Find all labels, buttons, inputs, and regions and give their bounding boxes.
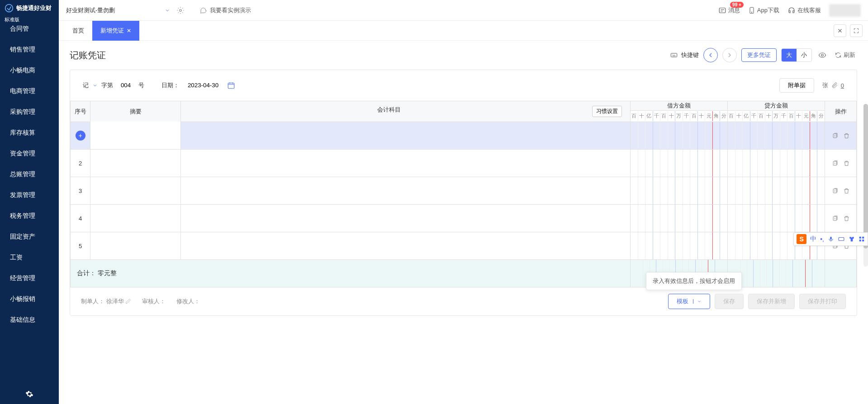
amount-cell[interactable]	[720, 150, 727, 177]
amount-cell[interactable]	[638, 150, 646, 177]
voucher-number-input[interactable]	[117, 81, 135, 90]
tab-home[interactable]: 首页	[64, 21, 92, 41]
credit-amount[interactable]	[728, 122, 825, 149]
amount-cell[interactable]	[735, 232, 743, 259]
sidebar-item-ledger[interactable]: 总账管理	[0, 164, 59, 185]
paperclip-icon[interactable]	[831, 82, 838, 89]
calendar-icon[interactable]	[227, 81, 235, 89]
amount-cell[interactable]	[683, 232, 691, 259]
amount-cell[interactable]	[675, 150, 683, 177]
size-small-button[interactable]: 小	[797, 49, 811, 61]
amount-cell[interactable]	[660, 177, 668, 204]
attach-document-button[interactable]: 附单据	[779, 78, 814, 93]
amount-cell[interactable]	[735, 177, 743, 204]
support-button[interactable]: 在线客服	[787, 6, 821, 14]
amount-cell[interactable]	[690, 150, 698, 177]
sidebar-item-ecommerce[interactable]: 电商管理	[0, 81, 59, 102]
refresh-button[interactable]: 刷新	[833, 49, 857, 61]
amount-cell[interactable]	[645, 205, 653, 232]
amount-cell[interactable]	[758, 150, 765, 177]
amount-cell[interactable]	[728, 205, 735, 232]
tab-close-icon[interactable]: ✕	[127, 28, 131, 34]
org-selector[interactable]: 好业财测试-量勿删	[66, 6, 170, 14]
amount-cell[interactable]	[747, 260, 754, 287]
amount-cell[interactable]	[795, 177, 803, 204]
amount-cell[interactable]	[795, 150, 803, 177]
amount-cell[interactable]	[683, 150, 691, 177]
voucher-date-input[interactable]	[183, 81, 223, 90]
amount-cell[interactable]	[780, 177, 788, 204]
amount-cell[interactable]	[698, 122, 706, 149]
sidebar-item-inventory[interactable]: 库存核算	[0, 122, 59, 143]
amount-cell[interactable]	[780, 150, 788, 177]
amount-cell[interactable]	[810, 122, 818, 149]
amount-cell[interactable]	[705, 122, 713, 149]
amount-cell[interactable]	[660, 232, 668, 259]
messages-button[interactable]: 消息 99 +	[718, 6, 740, 14]
chevron-down-icon[interactable]	[92, 83, 98, 88]
delete-row-icon[interactable]	[843, 215, 850, 222]
summary-input[interactable]	[90, 122, 180, 149]
amount-cell[interactable]	[780, 122, 788, 149]
amount-cell[interactable]	[787, 177, 795, 204]
add-row-button[interactable]: +	[76, 131, 85, 141]
sidebar-item-invoice[interactable]: 发票管理	[0, 185, 59, 206]
prev-voucher-button[interactable]	[703, 48, 718, 62]
amount-cell[interactable]	[720, 122, 727, 149]
amount-cell[interactable]	[780, 260, 786, 287]
amount-cell[interactable]	[637, 260, 643, 287]
amount-cell[interactable]	[720, 205, 727, 232]
amount-cell[interactable]	[720, 177, 727, 204]
sidebar-item-xiaochang-ec[interactable]: 小畅电商	[0, 60, 59, 81]
amount-cell[interactable]	[786, 260, 792, 287]
amount-cell[interactable]	[645, 122, 653, 149]
amount-cell[interactable]	[705, 232, 713, 259]
amount-cell[interactable]	[690, 177, 698, 204]
amount-cell[interactable]	[705, 205, 713, 232]
amount-cell[interactable]	[773, 122, 780, 149]
size-large-button[interactable]: 大	[782, 49, 797, 61]
amount-cell[interactable]	[728, 177, 735, 204]
amount-cell[interactable]	[787, 122, 795, 149]
amount-cell[interactable]	[735, 205, 743, 232]
amount-cell[interactable]	[713, 232, 721, 259]
voucher-type[interactable]: 记	[83, 81, 89, 89]
sidebar-item-assets[interactable]: 固定资产	[0, 226, 59, 247]
ime-lang[interactable]: 中	[810, 235, 816, 243]
amount-cell[interactable]	[705, 150, 713, 177]
amount-cell[interactable]	[793, 260, 799, 287]
debit-amount[interactable]	[631, 150, 727, 177]
amount-cell[interactable]	[631, 122, 638, 149]
amount-cell[interactable]	[690, 205, 698, 232]
amount-cell[interactable]	[787, 150, 795, 177]
ime-toolbar[interactable]: S 中 •,	[793, 232, 868, 246]
amount-cell[interactable]	[765, 177, 773, 204]
amount-cell[interactable]	[767, 260, 773, 287]
subject-cell[interactable]	[181, 232, 631, 260]
amount-cell[interactable]	[728, 122, 735, 149]
ime-mic-icon[interactable]	[828, 236, 834, 242]
amount-cell[interactable]	[653, 122, 661, 149]
amount-cell[interactable]	[780, 232, 788, 259]
amount-cell[interactable]	[728, 150, 735, 177]
amount-cell[interactable]	[690, 122, 698, 149]
ime-punct-icon[interactable]: •,	[820, 235, 824, 243]
amount-cell[interactable]	[645, 150, 653, 177]
amount-cell[interactable]	[675, 177, 683, 204]
amount-cell[interactable]	[668, 122, 676, 149]
amount-cell[interactable]	[735, 122, 743, 149]
shortcut-button[interactable]: 快捷键	[669, 51, 699, 59]
amount-cell[interactable]	[683, 177, 691, 204]
amount-cell[interactable]	[705, 177, 713, 204]
sidebar-item-business[interactable]: 经营管理	[0, 268, 59, 289]
summary-cell[interactable]	[90, 232, 181, 260]
debit-amount[interactable]	[631, 122, 727, 149]
amount-cell[interactable]	[660, 122, 668, 149]
habit-settings-button[interactable]: 习惯设置	[592, 106, 622, 117]
amount-cell[interactable]	[743, 177, 750, 204]
fullscreen-button[interactable]	[850, 24, 863, 37]
amount-cell[interactable]	[660, 150, 668, 177]
user-avatar[interactable]	[829, 4, 861, 17]
amount-cell[interactable]	[754, 260, 760, 287]
amount-cell[interactable]	[653, 205, 661, 232]
